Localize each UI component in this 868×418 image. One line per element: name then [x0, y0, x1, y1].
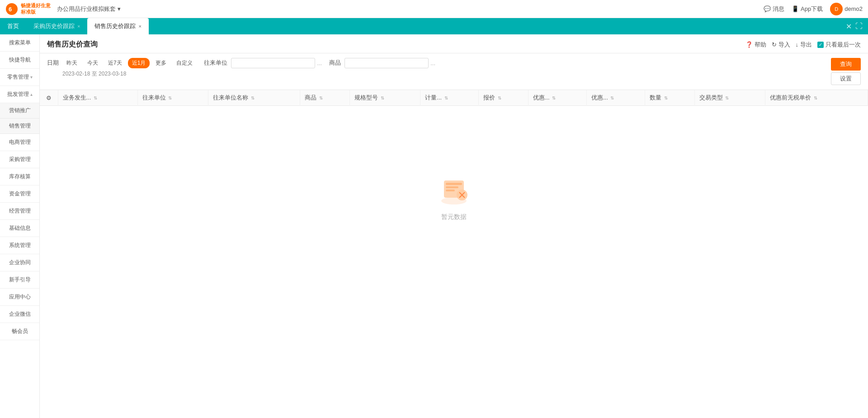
partner-filter-label: 往来单位 [204, 58, 227, 67]
product-filter-label: 商品 [329, 58, 341, 67]
message-icon: 💬 [764, 5, 771, 12]
sidebar-label-operations: 经营管理 [9, 207, 31, 215]
sidebar-item-marketing[interactable]: 营销推广 [0, 103, 39, 119]
only-last-checkbox-label[interactable]: ✓ 只看最后一次 [817, 41, 861, 49]
table-header-row: ⚙ 业务发生... ⇅ 往来单位 ⇅ 往来单位名称 ⇅ [40, 90, 868, 106]
sidebar-item-app-center[interactable]: 应用中心 [0, 289, 39, 306]
th-qty[interactable]: 数量 ⇅ [645, 90, 694, 106]
tab-close-sales[interactable]: × [138, 24, 141, 29]
tab-purchase-history[interactable]: 采购历史价跟踪 × [26, 18, 87, 34]
sidebar-item-wholesale-mgmt[interactable]: 批发管理 ▴ [0, 86, 39, 103]
sidebar-label-search-menu: 搜索菜单 [9, 39, 31, 47]
message-button[interactable]: 💬 消息 [764, 5, 784, 13]
th-quote[interactable]: 报价 ⇅ [479, 90, 528, 106]
tab-maximize-button[interactable]: ⛶ [855, 22, 863, 30]
top-header: 6 畅捷通好生意 标准版 办公用品行业模拟账套 ▾ 💬 消息 📱 App下载 D… [0, 0, 868, 18]
download-icon: 📱 [792, 5, 799, 12]
sort-icon-pre-tax: ⇅ [814, 95, 817, 100]
sidebar-item-finance[interactable]: 资金管理 [0, 185, 39, 203]
tab-close-purchase[interactable]: × [77, 24, 80, 29]
user-menu[interactable]: D demo2 [830, 3, 863, 15]
date-btn-custom[interactable]: 自定义 [172, 58, 197, 68]
sidebar-item-corp-wechat[interactable]: 企业微信 [0, 306, 39, 323]
help-icon: ❓ [745, 41, 753, 48]
sidebar-item-search-menu[interactable]: 搜索菜单 [0, 34, 39, 52]
sidebar-item-member[interactable]: 畅会员 [0, 323, 39, 340]
sidebar-item-retail-mgmt[interactable]: 零售管理 ▾ [0, 69, 39, 86]
date-btn-yesterday[interactable]: 昨天 [62, 58, 81, 68]
tab-bar-right: ✕ ⛶ [846, 22, 868, 31]
svg-rect-4 [446, 183, 462, 185]
sidebar-item-inventory[interactable]: 库存核算 [0, 168, 39, 185]
sidebar-item-sales-mgmt[interactable]: 销售管理 [0, 119, 39, 134]
import-icon: ↻ [772, 41, 777, 48]
sidebar-label-wholesale-mgmt: 批发管理 [7, 90, 29, 98]
date-btn-more[interactable]: 更多 [151, 58, 170, 68]
th-biz-date[interactable]: 业务发生... ⇅ [58, 90, 137, 106]
date-btn-7days[interactable]: 近7天 [104, 58, 126, 68]
sidebar-item-basic-info[interactable]: 基础信息 [0, 220, 39, 237]
th-partner-code[interactable]: 往来单位 ⇅ [137, 90, 208, 106]
page-title: 销售历史价查询 [47, 40, 98, 49]
sidebar: 搜索菜单 快捷导航 零售管理 ▾ 批发管理 ▴ 营销推广 销售管理 电商管理 采… [0, 34, 40, 418]
date-filter-label: 日期 [47, 58, 59, 67]
help-button[interactable]: ❓ 帮助 [745, 41, 766, 49]
sidebar-item-newbie[interactable]: 新手引导 [0, 271, 39, 289]
settings-button[interactable]: 设置 [831, 72, 861, 85]
header-right: 💬 消息 📱 App下载 D demo2 [764, 3, 863, 15]
app-download-button[interactable]: 📱 App下载 [792, 5, 823, 13]
sidebar-label-finance: 资金管理 [9, 190, 31, 198]
filter-actions: 查询 设置 [831, 58, 861, 85]
query-button[interactable]: 查询 [831, 58, 861, 71]
sidebar-item-quick-nav[interactable]: 快捷导航 [0, 52, 39, 69]
filter-bar: 日期 昨天 今天 近7天 近1月 更多 自定义 2023-02-18 至 202… [40, 53, 868, 90]
sidebar-label-sales-mgmt: 销售管理 [9, 123, 31, 129]
partner-input-group: ... [231, 58, 322, 68]
logo-icon: 6 [5, 3, 18, 15]
th-pre-tax[interactable]: 优惠前无税单价 ⇅ [765, 90, 868, 106]
sidebar-label-enterprise: 企业协同 [9, 259, 31, 266]
sidebar-item-system[interactable]: 系统管理 [0, 237, 39, 254]
date-btn-group: 昨天 今天 近7天 近1月 更多 自定义 [62, 58, 197, 68]
tab-home[interactable]: 首页 [0, 18, 26, 34]
export-button[interactable]: ↓ 导出 [796, 41, 812, 49]
svg-rect-5 [446, 186, 458, 188]
product-input[interactable] [344, 58, 429, 68]
data-table: ⚙ 业务发生... ⇅ 往来单位 ⇅ 往来单位名称 ⇅ [40, 90, 868, 106]
th-partner-name[interactable]: 往来单位名称 ⇅ [208, 90, 300, 106]
date-btn-1month[interactable]: 近1月 [128, 58, 150, 68]
th-pre-tax-label: 优惠前无税单价 [770, 94, 811, 101]
sidebar-item-purchase-mgmt[interactable]: 采购管理 [0, 151, 39, 168]
chevron-icon-wholesale: ▴ [30, 92, 33, 97]
th-spec[interactable]: 规格型号 ⇅ [349, 90, 420, 106]
partner-dots-button[interactable]: ... [317, 60, 322, 66]
empty-icon [436, 171, 472, 208]
th-quote-label: 报价 [483, 94, 495, 101]
svg-text:6: 6 [9, 6, 12, 13]
th-discount1-label: 优惠... [533, 94, 550, 101]
th-gear[interactable]: ⚙ [40, 90, 58, 106]
th-product[interactable]: 商品 ⇅ [300, 90, 349, 106]
tab-sales-history[interactable]: 销售历史价跟踪 × [87, 18, 148, 34]
th-unit[interactable]: 计量... ⇅ [420, 90, 479, 106]
logo-text: 畅捷通好生意 标准版 [21, 3, 51, 14]
th-discount1[interactable]: 优惠... ⇅ [528, 90, 586, 106]
partner-input[interactable] [231, 58, 315, 68]
tab-close-all-button[interactable]: ✕ [846, 22, 852, 31]
sidebar-item-operations[interactable]: 经营管理 [0, 203, 39, 220]
date-btn-today[interactable]: 今天 [83, 58, 102, 68]
import-button[interactable]: ↻ 导入 [772, 41, 790, 49]
chevron-down-icon: ▾ [118, 5, 121, 12]
content-area: 销售历史价查询 ❓ 帮助 ↻ 导入 ↓ 导出 ✓ 只看最后一次 [40, 34, 868, 418]
th-partner-name-label: 往来单位名称 [213, 94, 248, 101]
product-input-group: ... [344, 58, 435, 68]
chevron-icon-retail: ▾ [30, 75, 33, 80]
app-selector[interactable]: 办公用品行业模拟账套 ▾ [54, 4, 123, 14]
sidebar-item-ecommerce[interactable]: 电商管理 [0, 134, 39, 151]
th-trade-type[interactable]: 交易类型 ⇅ [694, 90, 765, 106]
product-dots-button[interactable]: ... [430, 60, 435, 66]
sidebar-label-system: 系统管理 [9, 242, 31, 249]
th-discount2[interactable]: 优惠... ⇅ [586, 90, 645, 106]
table-container: ⚙ 业务发生... ⇅ 往来单位 ⇅ 往来单位名称 ⇅ [40, 90, 868, 418]
sidebar-item-enterprise[interactable]: 企业协同 [0, 254, 39, 271]
